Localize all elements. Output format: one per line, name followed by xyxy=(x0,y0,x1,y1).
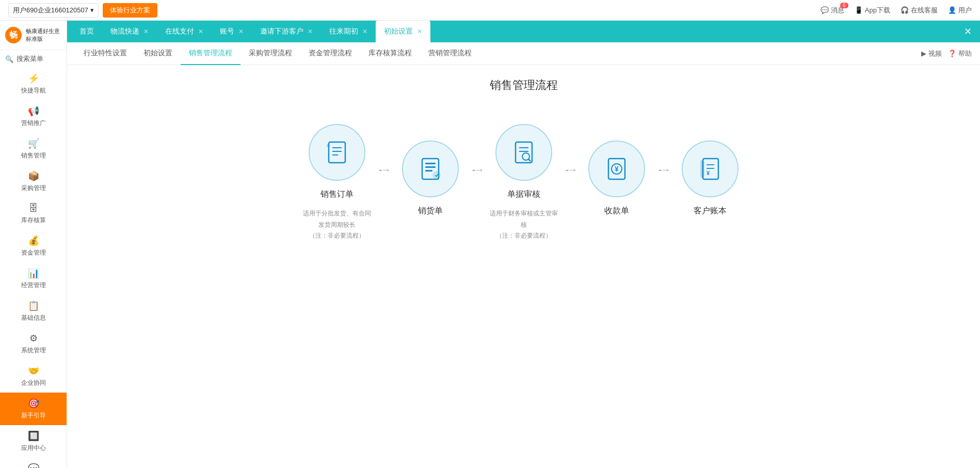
sidebar-logo: 畅 畅康通好生意 标准版 xyxy=(0,21,67,50)
quick-nav-icon: ⚡ xyxy=(28,73,39,84)
sidebar-item-marketing-promo[interactable]: 📢 营销推广 xyxy=(0,100,67,133)
nav-tab-invite[interactable]: 邀请下游客户 ✕ xyxy=(252,21,321,42)
svg-text:¥: ¥ xyxy=(615,165,619,173)
sub-tab-init-settings[interactable]: 初始设置 xyxy=(135,42,181,65)
experience-button[interactable]: 体验行业方案 xyxy=(103,3,157,18)
sidebar-item-label: 企业协同 xyxy=(21,379,46,387)
sub-tab-sales-flow-label: 销售管理流程 xyxy=(189,49,232,58)
search-icon: 🔍 xyxy=(5,55,13,63)
sub-tab-capital-flow[interactable]: 资金管理流程 xyxy=(300,42,360,65)
sidebar-item-quick-nav[interactable]: ⚡ 快捷导航 xyxy=(0,68,67,100)
dropdown-icon: ▾ xyxy=(90,6,94,14)
nav-tab-account[interactable]: 账号 ✕ xyxy=(212,21,252,42)
svg-rect-4 xyxy=(327,144,330,147)
company-select[interactable]: 用户690企业1660120507 ▾ xyxy=(8,3,99,18)
sidebar-item-label: 资金管理 xyxy=(21,248,46,257)
flow-arrow-3: ···→ xyxy=(565,164,576,176)
sidebar-item-label: 经营管理 xyxy=(21,281,46,290)
sub-tab-sales-flow[interactable]: 销售管理流程 xyxy=(181,42,240,65)
flow-circle-customer-ledger[interactable]: ¥ xyxy=(682,141,738,197)
sub-tab-right: ▶ 视频 ❓ 帮助 xyxy=(921,49,972,58)
flow-diagram: 销售订单 适用于分批发货、有合同发货周期较长（注：非必要流程） ···→ xyxy=(88,124,959,242)
service-label: 在线客服 xyxy=(911,6,938,15)
sub-tab-marketing-flow[interactable]: 营销管理流程 xyxy=(420,42,480,65)
sidebar-search[interactable]: 🔍 搜索菜单 xyxy=(0,50,67,68)
flow-step-sales-delivery: 销货单 xyxy=(389,141,472,225)
flow-step-customer-ledger-label: 客户账本 xyxy=(694,206,727,216)
basic-info-icon: 📋 xyxy=(28,300,39,311)
svg-rect-8 xyxy=(425,170,432,171)
nav-tab-invite-close[interactable]: ✕ xyxy=(308,28,313,35)
enterprise-coop-icon: 🤝 xyxy=(28,365,39,377)
sidebar-item-enterprise-coop[interactable]: 🤝 企业协同 xyxy=(0,360,67,393)
help-icon: ❓ xyxy=(948,50,956,57)
flow-circle-audit[interactable] xyxy=(495,124,552,181)
logo-icon: 畅 xyxy=(5,27,22,43)
svg-rect-6 xyxy=(425,163,436,164)
sidebar-item-capital-mgmt[interactable]: 💰 资金管理 xyxy=(0,230,67,262)
flow-circle-sales-delivery[interactable] xyxy=(402,141,459,197)
nav-tab-home[interactable]: 首页 xyxy=(71,21,102,42)
main-content: 销售管理流程 销售订单 适用于分批发货、有合同发货周期较长（ xyxy=(67,65,980,468)
sidebar-item-new-guide[interactable]: 🎯 新手引导 xyxy=(0,393,67,425)
svg-line-14 xyxy=(528,159,531,161)
sidebar-item-sys-mgmt[interactable]: ⚙ 系统管理 xyxy=(0,327,67,360)
user-item[interactable]: 👤 用户 xyxy=(948,6,972,15)
sales-delivery-icon xyxy=(417,155,444,182)
help-link[interactable]: ❓ 帮助 xyxy=(948,49,972,58)
new-guide-icon: 🎯 xyxy=(28,398,39,409)
sidebar-item-sales-mgmt[interactable]: 🛒 销售管理 xyxy=(0,133,67,165)
nav-tab-logistics[interactable]: 物流快递 ✕ xyxy=(102,21,157,42)
flow-step-audit-label: 单据审核 xyxy=(507,189,540,200)
sidebar-item-app-center[interactable]: 🔲 应用中心 xyxy=(0,425,67,458)
flow-step-sales-order-label: 销售订单 xyxy=(320,189,354,200)
message-icon: 💬 xyxy=(821,6,829,14)
nav-tab-period[interactable]: 往来期初 ✕ xyxy=(321,21,376,42)
top-bar-left: 用户690企业1660120507 ▾ 体验行业方案 xyxy=(8,3,157,18)
capital-mgmt-icon: 💰 xyxy=(28,235,39,246)
sidebar-item-basic-info[interactable]: 📋 基础信息 xyxy=(0,295,67,327)
nav-tab-init-settings[interactable]: 初始设置 ✕ xyxy=(376,21,430,42)
sidebar-item-purchase-mgmt[interactable]: 📦 采购管理 xyxy=(0,165,67,198)
nav-tab-period-close[interactable]: ✕ xyxy=(362,28,367,35)
nav-tab-payment[interactable]: 在线支付 ✕ xyxy=(157,21,212,42)
nav-tab-init-settings-close[interactable]: ✕ xyxy=(417,28,422,35)
nav-tab-account-close[interactable]: ✕ xyxy=(238,28,244,35)
video-link[interactable]: ▶ 视频 xyxy=(921,49,942,58)
sales-order-icon xyxy=(324,139,350,166)
sub-tab-purchase-flow[interactable]: 采购管理流程 xyxy=(240,42,300,65)
nav-tab-period-label: 往来期初 xyxy=(329,27,358,36)
sidebar: 畅 畅康通好生意 标准版 🔍 搜索菜单 ⚡ 快捷导航 📢 营销推广 🛒 销售管理… xyxy=(0,21,67,468)
main-layout: 畅 畅康通好生意 标准版 🔍 搜索菜单 ⚡ 快捷导航 📢 营销推广 🛒 销售管理… xyxy=(0,21,980,468)
sidebar-item-label: 营销推广 xyxy=(21,119,46,128)
flow-circle-sales-order[interactable] xyxy=(309,124,365,181)
svg-point-9 xyxy=(433,171,440,179)
sub-tab-bar: 行业特性设置 初始设置 销售管理流程 采购管理流程 资金管理流程 库存核算流程 … xyxy=(67,42,980,65)
nav-tab-home-label: 首页 xyxy=(79,27,94,36)
nav-tab-payment-close[interactable]: ✕ xyxy=(198,28,203,35)
nav-close-all[interactable]: ✕ xyxy=(960,26,976,37)
sidebar-item-label: 采购管理 xyxy=(21,184,46,193)
audit-icon xyxy=(510,139,537,166)
flow-step-audit: 单据审核 适用于财务审核或主管审核（注：非必要流程） xyxy=(483,124,565,242)
sub-tab-industry-settings[interactable]: 行业特性设置 xyxy=(75,42,135,65)
app-center-icon: 🔲 xyxy=(28,430,39,442)
sidebar-item-inventory[interactable]: 🗄 库存核算 xyxy=(0,198,67,230)
sidebar-item-enterprise-wechat[interactable]: 💬 企业微信 xyxy=(0,458,67,468)
sidebar-item-label: 基础信息 xyxy=(21,314,46,322)
sub-tab-inventory-flow[interactable]: 库存核算流程 xyxy=(360,42,420,65)
app-download-item[interactable]: 📱 App下载 xyxy=(855,6,890,15)
message-icon-item[interactable]: 💬 消息 6 xyxy=(821,6,844,15)
search-label: 搜索菜单 xyxy=(17,54,43,64)
sidebar-item-ops-mgmt[interactable]: 📊 经营管理 xyxy=(0,262,67,295)
service-item[interactable]: 🎧 在线客服 xyxy=(901,6,938,15)
user-avatar: 👤 xyxy=(948,6,956,14)
app-label: App下载 xyxy=(865,6,890,15)
svg-rect-7 xyxy=(425,166,436,168)
flow-circle-receipt[interactable]: ¥ xyxy=(588,141,645,197)
svg-text:¥: ¥ xyxy=(706,170,710,176)
enterprise-wechat-icon: 💬 xyxy=(28,463,39,468)
app-icon: 📱 xyxy=(855,6,863,14)
nav-tab-logistics-close[interactable]: ✕ xyxy=(143,28,149,35)
top-bar: 用户690企业1660120507 ▾ 体验行业方案 💬 消息 6 📱 App下… xyxy=(0,0,980,21)
